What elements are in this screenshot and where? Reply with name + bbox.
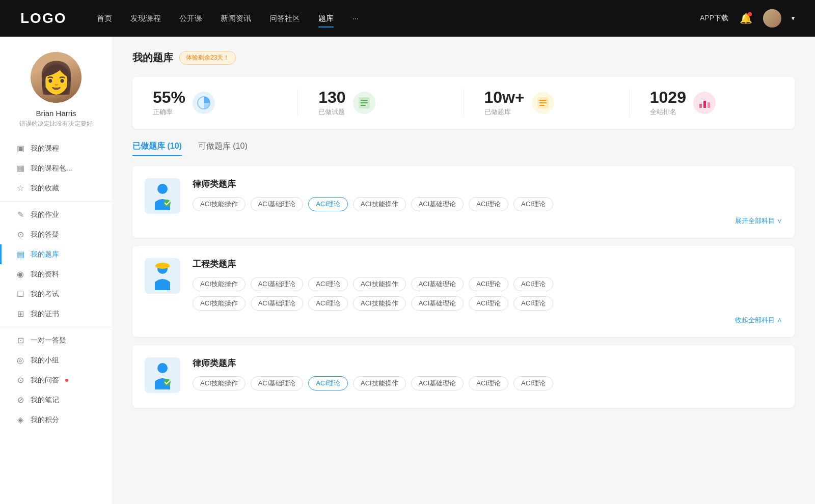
stat-accuracy: 55% 正确率 [132, 89, 298, 117]
tag[interactable]: ACI理论 [513, 376, 553, 390]
tab-available[interactable]: 可做题库 (10) [198, 141, 248, 156]
tag[interactable]: ACI技能操作 [353, 197, 406, 211]
tag[interactable]: ACI技能操作 [193, 197, 246, 211]
tag[interactable]: ACI基础理论 [411, 376, 464, 390]
expand-link-1[interactable]: 展开全部科目 ∨ [735, 216, 782, 226]
tag[interactable]: ACI理论 [308, 296, 348, 311]
coursepack-icon: ▦ [15, 163, 25, 173]
stat-done-banks: 10w+ 已做题库 [464, 89, 630, 117]
tag[interactable]: ACI理论 [513, 296, 553, 311]
sidebar-avatar [31, 52, 82, 103]
stat-banks-text: 10w+ 已做题库 [484, 89, 525, 117]
tag[interactable]: ACI技能操作 [353, 376, 406, 390]
tag[interactable]: ACI理论 [469, 376, 508, 390]
sidebar-item-myqa[interactable]: ⊙ 我的问答 [0, 370, 112, 390]
tag[interactable]: ACI理论 [513, 197, 553, 211]
stat-rank: 1029 全站排名 [630, 89, 795, 117]
tag[interactable]: ACI基础理论 [251, 277, 304, 291]
divider-2 [0, 327, 112, 327]
tag[interactable]: ACI理论 [308, 277, 348, 291]
app-download-link[interactable]: APP下载 [700, 14, 728, 23]
sidebar-item-label: 我的考试 [31, 290, 59, 299]
tag[interactable]: ACI基础理论 [411, 197, 464, 211]
tag[interactable]: ACI理论 [513, 277, 553, 291]
qbank-title-engineer: 工程类题库 [193, 258, 782, 270]
dropdown-arrow[interactable]: ▾ [792, 15, 795, 22]
nav-qa[interactable]: 问答社区 [269, 12, 300, 25]
stat-rank-label: 全站排名 [650, 107, 686, 117]
tag[interactable]: ACI技能操作 [193, 277, 246, 291]
star-icon: ☆ [15, 183, 25, 193]
sidebar-item-favorites[interactable]: ☆ 我的收藏 [0, 178, 112, 198]
tag[interactable]: ACI基础理论 [251, 296, 304, 311]
main-content: 我的题库 体验剩余23天！ 55% 正确率 [112, 37, 815, 504]
svg-rect-9 [699, 104, 702, 108]
tag[interactable]: ACI基础理论 [251, 376, 304, 390]
sidebar-item-label: 一对一答疑 [31, 336, 66, 345]
sidebar-item-homework[interactable]: ✎ 我的作业 [0, 205, 112, 225]
sidebar-item-1on1[interactable]: ⊡ 一对一答疑 [0, 330, 112, 350]
qbank-actions-1: 展开全部科目 ∨ [193, 216, 782, 226]
course-icon: ▣ [15, 144, 25, 153]
sidebar-item-points[interactable]: ◈ 我的积分 [0, 410, 112, 430]
exam-icon: ☐ [15, 289, 25, 299]
qbank-title-lawyer-2: 律师类题库 [193, 357, 782, 369]
tag-active[interactable]: ACI理论 [308, 197, 348, 211]
header: LOGO 首页 发现课程 公开课 新闻资讯 问答社区 题库 ··· APP下载 … [0, 0, 815, 37]
tag[interactable]: ACI技能操作 [193, 296, 246, 311]
avatar[interactable] [763, 9, 781, 27]
sidebar-item-qa[interactable]: ⊙ 我的答疑 [0, 225, 112, 244]
tag[interactable]: ACI基础理论 [411, 296, 464, 311]
banks-icon [532, 92, 554, 114]
stat-accuracy-text: 55% 正确率 [153, 89, 185, 117]
sidebar-item-notes[interactable]: ⊘ 我的笔记 [0, 390, 112, 410]
tag[interactable]: ACI技能操作 [353, 296, 406, 311]
sidebar-item-group[interactable]: ◎ 我的小组 [0, 350, 112, 370]
sidebar-item-coursepack[interactable]: ▦ 我的课程包... [0, 158, 112, 178]
qbank-title-lawyer-1: 律师类题库 [193, 178, 782, 190]
tag[interactable]: ACI理论 [469, 277, 508, 291]
lawyer2-svg-icon [150, 361, 175, 389]
qbank-actions-2: 收起全部科目 ∧ [193, 316, 782, 325]
tag-active[interactable]: ACI理论 [308, 376, 348, 390]
tag[interactable]: ACI基础理论 [251, 197, 304, 211]
tag[interactable]: ACI基础理论 [411, 277, 464, 291]
nav-news[interactable]: 新闻资讯 [221, 12, 251, 25]
page-title-row: 我的题库 体验剩余23天！ [132, 51, 795, 65]
sidebar-item-profile[interactable]: ◉ 我的资料 [0, 264, 112, 284]
tag[interactable]: ACI技能操作 [193, 376, 246, 390]
sidebar-item-certificate[interactable]: ⊞ 我的证书 [0, 304, 112, 324]
stat-done-text: 130 已做试题 [318, 89, 345, 117]
nav-more[interactable]: ··· [352, 12, 359, 25]
sidebar-item-label: 我的积分 [31, 415, 59, 425]
tag[interactable]: ACI理论 [469, 197, 508, 211]
sidebar-item-label: 我的课程包... [31, 164, 72, 173]
stats-row: 55% 正确率 130 已做试题 [132, 77, 795, 129]
nav-opencourse[interactable]: 公开课 [179, 12, 202, 25]
tab-done[interactable]: 已做题库 (10) [132, 141, 182, 156]
collapse-link[interactable]: 收起全部科目 ∧ [735, 316, 782, 325]
sidebar-item-questionbank[interactable]: ▤ 我的题库 [0, 244, 112, 264]
qbank-card-lawyer-1: 律师类题库 ACI技能操作 ACI基础理论 ACI理论 ACI技能操作 ACI基… [132, 166, 795, 238]
nav-discover[interactable]: 发现课程 [130, 12, 161, 25]
sidebar-item-mycourse[interactable]: ▣ 我的课程 [0, 138, 112, 158]
svg-rect-11 [708, 102, 710, 108]
qa-icon: ⊙ [15, 230, 25, 239]
lawyer-icon-container [145, 178, 180, 214]
nav-questionbank[interactable]: 题库 [318, 12, 334, 25]
nav-home[interactable]: 首页 [97, 12, 112, 25]
page-title: 我的题库 [132, 51, 173, 65]
svg-rect-10 [703, 101, 706, 108]
notes-icon: ⊘ [15, 395, 25, 405]
qbank-card-lawyer-2: 律师类题库 ACI技能操作 ACI基础理论 ACI理论 ACI技能操作 ACI基… [132, 345, 795, 408]
notification-bell[interactable]: 🔔 [739, 11, 753, 25]
sidebar-menu: ▣ 我的课程 ▦ 我的课程包... ☆ 我的收藏 ✎ 我的作业 ⊙ 我的答疑 ▤ [0, 138, 112, 430]
tag[interactable]: ACI理论 [469, 296, 508, 311]
sidebar-item-exam[interactable]: ☐ 我的考试 [0, 284, 112, 304]
header-right: APP下载 🔔 ▾ [700, 9, 795, 27]
sidebar-item-label: 我的资料 [31, 270, 59, 279]
stat-accuracy-label: 正确率 [153, 107, 185, 117]
tag[interactable]: ACI技能操作 [353, 277, 406, 291]
qbank-tags-engineer-row1: ACI技能操作 ACI基础理论 ACI理论 ACI技能操作 ACI基础理论 AC… [193, 277, 782, 291]
sidebar-item-label: 我的收藏 [31, 184, 59, 193]
